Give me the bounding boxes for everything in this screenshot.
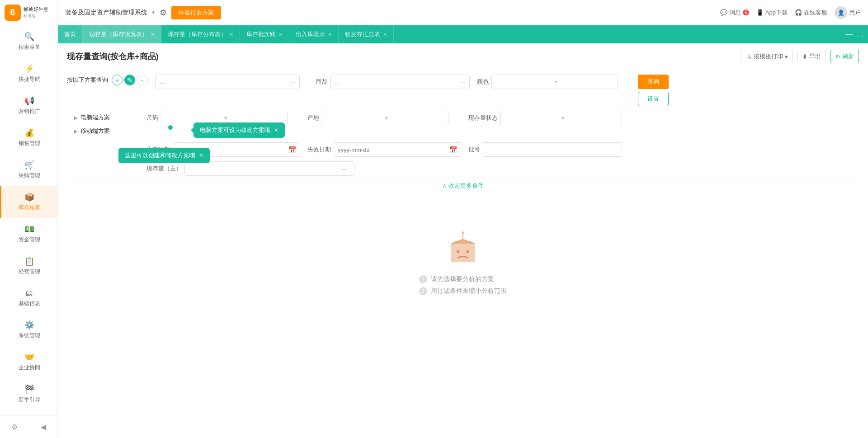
batch-input[interactable] <box>487 146 618 153</box>
origin-dropdown-icon: ▾ <box>385 115 444 121</box>
tip-text-2: 用过滤条件来缩小分析范围 <box>431 287 507 295</box>
inventory-main-input[interactable]: — <box>184 161 354 176</box>
guide-icon: 🏁 <box>24 384 34 394</box>
experience-btn[interactable]: 体验行业方案 <box>171 6 221 19</box>
color-select[interactable]: ▾ <box>491 75 618 89</box>
sidebar-item-purchase[interactable]: 🛒 采购管理 <box>0 154 57 186</box>
tab-inout-flow[interactable]: 出入库流水 ✕ <box>289 25 339 43</box>
collapse-bar[interactable]: ∧ 收起更多条件 <box>67 178 859 193</box>
tip-num-1: 1 <box>419 275 427 283</box>
tab-inventory-batch-label: 库存批次账 <box>246 30 276 38</box>
collapse-sidebar-btn[interactable]: ◀ <box>38 420 48 433</box>
sidebar-item-basic[interactable]: 🗂 基础信息 <box>0 282 57 314</box>
tab-inventory-status[interactable]: 现存量（库存状况表） ✕ <box>83 25 161 43</box>
refresh-btn[interactable]: ↻ 刷新 <box>830 50 859 63</box>
chevron-up-icon: ∧ <box>442 182 447 189</box>
sidebar-item-label: 经营管理 <box>19 268 40 276</box>
tab-inventory-batch-close[interactable]: ✕ <box>278 32 283 38</box>
sidebar-item-search[interactable]: 🔍 搜索菜单 <box>0 25 57 57</box>
inventory-status-select[interactable]: ▾ <box>500 111 622 125</box>
headset-icon: 🎧 <box>795 9 802 16</box>
tab-inout-flow-close[interactable]: ✕ <box>328 32 332 38</box>
warehouse-field[interactable]: ··· <box>155 75 300 89</box>
origin-select[interactable]: ▾ <box>322 111 448 125</box>
tab-minimize-btn[interactable]: — <box>845 30 853 38</box>
sidebar-item-system[interactable]: ⚙️ 系统管理 <box>0 314 57 346</box>
edit-scheme-btn[interactable]: ✎ <box>124 75 135 85</box>
message-group[interactable]: 💬 消息 6 <box>720 9 749 17</box>
search-icon: 🔍 <box>24 32 34 42</box>
tab-receive-summary[interactable]: 收发存汇总表 ✕ <box>339 25 394 43</box>
scheme-control-btns: + ✎ ← <box>112 75 148 85</box>
page-content: 现存量查询(按仓库+商品) 🖨 按模板打印 ▾ ⬇ 导出 ↻ 刷新 <box>58 43 868 438</box>
back-scheme-btn[interactable]: ← <box>137 75 148 85</box>
tab-receive-summary-close[interactable]: ✕ <box>383 32 387 38</box>
operations-icon: 📋 <box>24 256 34 266</box>
page-actions: 🖨 按模板打印 ▾ ⬇ 导出 ↻ 刷新 <box>741 50 859 63</box>
tab-receive-summary-label: 收发存汇总表 <box>345 30 380 38</box>
sidebar-item-marketing[interactable]: 📢 营销推广 <box>0 89 57 122</box>
desktop-scheme-item[interactable]: ▶ 电脑端方案 <box>67 111 139 124</box>
message-icon: 💬 <box>720 9 727 16</box>
expiry-date-input[interactable]: 📅 <box>334 142 461 157</box>
marketing-icon: 📢 <box>24 96 34 106</box>
sidebar-item-label: 企业协同 <box>19 364 40 372</box>
expiry-date-field[interactable] <box>338 146 449 153</box>
tab-inventory-status-close[interactable]: ✕ <box>151 32 155 38</box>
sidebar-item-inventory[interactable]: 📦 库存核算 <box>0 186 57 218</box>
sidebar-item-quick[interactable]: ⚡ 快捷导航 <box>0 57 57 89</box>
add-scheme-btn[interactable]: + <box>112 75 123 85</box>
app-name: 畅通好生意 <box>24 6 48 13</box>
tab-inventory-batch[interactable]: 库存批次账 ✕ <box>240 25 289 43</box>
calendar-icon-2[interactable]: 📅 <box>449 146 457 153</box>
warehouse-more-icon[interactable]: ··· <box>290 78 296 85</box>
inventory-main-field[interactable] <box>189 165 337 172</box>
tab-inventory-dist-close[interactable]: ✕ <box>229 32 233 38</box>
sidebar-item-guide[interactable]: 🏁 新手引导 <box>0 378 57 410</box>
mobile-scheme-item[interactable]: ▶ 移动端方案 <box>67 124 139 138</box>
scheme-type-tooltip-close[interactable]: ✕ <box>274 127 278 133</box>
template-print-btn[interactable]: 🖨 按模板打印 ▾ <box>741 50 793 63</box>
tooltip-text-2: 这里可以创建和修改方案哦 <box>125 151 195 160</box>
tab-home-label: 首页 <box>64 30 76 38</box>
sidebar-item-finance[interactable]: 💵 资金管理 <box>0 218 57 250</box>
refresh-icon: ↻ <box>835 53 840 60</box>
sidebar-item-sales[interactable]: 💰 销售管理 <box>0 122 57 154</box>
sidebar-item-label: 系统管理 <box>19 332 40 339</box>
message-label: 消息 <box>729 9 741 17</box>
enterprise-icon: 🤝 <box>24 352 34 362</box>
product-field[interactable]: ··· <box>330 75 470 89</box>
filter-scheme-label: 按以下方案查询 <box>67 76 108 84</box>
tab-inventory-status-label: 现存量（库存状况表） <box>89 30 148 38</box>
user-group[interactable]: 👤 用户 <box>835 6 861 19</box>
sidebar-item-enterprise[interactable]: 🤝 企业协同 <box>0 346 57 378</box>
sidebar-item-operations[interactable]: 📋 经营管理 <box>0 250 57 282</box>
export-btn[interactable]: ⬇ 导出 <box>797 50 826 63</box>
tab-inventory-dist-label: 现存量（库存分布表） <box>168 30 226 38</box>
system-icon: ⚙️ <box>24 320 34 330</box>
online-service-group[interactable]: 🎧 在线客服 <box>795 9 827 17</box>
warehouse-input[interactable] <box>159 79 290 85</box>
tab-fullscreen-btn[interactable]: ⛶ <box>856 30 863 38</box>
page-title: 现存量查询(按仓库+商品) <box>67 51 159 62</box>
batch-field[interactable] <box>483 142 622 157</box>
search-btn[interactable]: 查询 <box>638 75 669 89</box>
filter-setting-btn[interactable]: 设置 <box>638 92 669 106</box>
product-input[interactable] <box>335 79 460 85</box>
sidebar-item-label: 销售管理 <box>19 140 40 147</box>
app-download-group[interactable]: 📱 App下载 <box>756 9 788 17</box>
product-more-icon[interactable]: ··· <box>460 78 466 85</box>
sidebar: 6 畅通好生意 标准版 🔍 搜索菜单 ⚡ 快捷导航 📢 营销推广 💰 销售管理 … <box>0 0 58 438</box>
inventory-separator: — <box>341 165 347 172</box>
settings-bottom-btn[interactable]: ⚙ <box>9 420 20 433</box>
calendar-icon-1[interactable]: 📅 <box>288 146 296 153</box>
filter-area: 按以下方案查询 + ✎ ← ··· 商品 <box>58 68 868 200</box>
create-scheme-tooltip-close[interactable]: ✕ <box>199 152 203 159</box>
export-icon: ⬇ <box>802 53 807 60</box>
tab-inventory-dist[interactable]: 现存量（库存分布表） ✕ <box>161 25 240 43</box>
header-right: 💬 消息 6 📱 App下载 🎧 在线客服 👤 用户 <box>720 6 861 19</box>
settings-gear-icon[interactable]: ⚙ <box>160 8 167 18</box>
header: 装备及固定资产辅助管理系统 ▾ ⚙ 体验行业方案 💬 消息 6 📱 App下载 … <box>58 0 868 25</box>
system-dropdown-icon[interactable]: ▾ <box>152 9 155 16</box>
tab-home[interactable]: 首页 <box>58 25 83 43</box>
